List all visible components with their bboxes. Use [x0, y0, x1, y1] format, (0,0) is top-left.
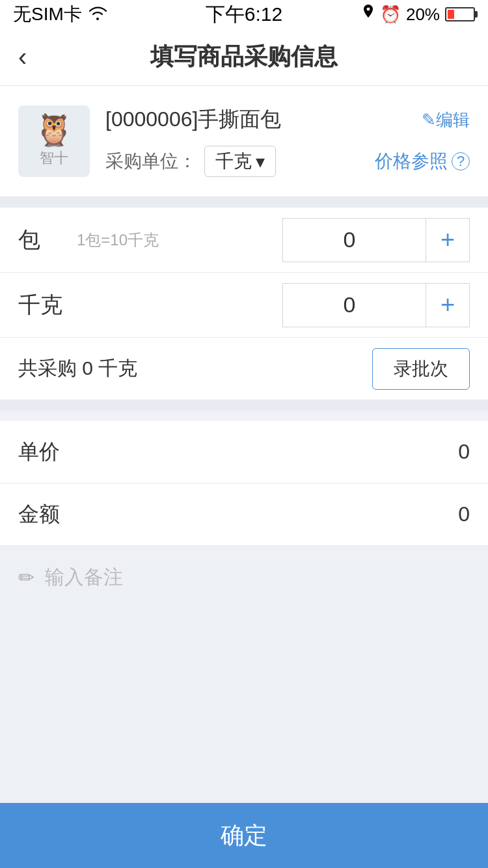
- amount-label: 金额: [18, 500, 60, 529]
- section-divider-2: [0, 400, 488, 411]
- qty-input-kg[interactable]: [282, 283, 426, 327]
- unit-dropdown-arrow: ▾: [256, 151, 265, 172]
- qty-sublabel-bao: 1包=10千克: [77, 230, 282, 251]
- location-icon: [362, 5, 375, 25]
- qty-input-bao[interactable]: [282, 218, 426, 262]
- edit-button[interactable]: ✎编辑: [422, 109, 470, 131]
- page-title: 填写商品采购信息: [150, 41, 338, 73]
- confirm-button[interactable]: 确定: [0, 803, 488, 868]
- summary-text: 共采购 0 千克: [18, 355, 137, 382]
- unit-dropdown[interactable]: 千克 ▾: [204, 146, 276, 177]
- status-bar-right: ⏰ 20%: [362, 5, 475, 25]
- purchase-unit-row: 采购单位： 千克 ▾: [105, 146, 276, 177]
- product-info-bottom: 采购单位： 千克 ▾ 价格参照 ?: [105, 146, 470, 177]
- status-bar: 无SIM卡 下午6:12 ⏰ 20%: [0, 0, 488, 29]
- amount-row: 金额 0: [0, 483, 488, 546]
- quantity-row-kg: 千克 +: [0, 273, 488, 338]
- qty-label-bao: 包: [18, 225, 70, 255]
- price-ref-label: 价格参照: [375, 149, 448, 174]
- nav-bar: ‹ 填写商品采购信息: [0, 29, 488, 86]
- summary-row: 共采购 0 千克 录批次: [0, 338, 488, 400]
- product-info: [0000006]手撕面包 ✎编辑 采购单位： 千克 ▾ 价格参照 ?: [105, 105, 470, 177]
- qty-input-wrap-kg: +: [282, 283, 470, 327]
- unit-price-label: 单价: [18, 438, 60, 467]
- quantity-row-bao: 包 1包=10千克 +: [0, 208, 488, 273]
- qty-input-wrap-bao: +: [282, 218, 470, 262]
- qty-plus-kg[interactable]: +: [426, 283, 470, 327]
- batch-button[interactable]: 录批次: [372, 348, 470, 390]
- battery-text: 20%: [406, 5, 440, 25]
- unit-value: 千克: [215, 149, 252, 174]
- product-card: 🦉 智十 [0000006]手撕面包 ✎编辑 采购单位： 千克 ▾ 价格参照 ?: [0, 86, 488, 197]
- back-button[interactable]: ‹: [18, 42, 27, 72]
- section-divider-1: [0, 197, 488, 208]
- qty-plus-bao[interactable]: +: [426, 218, 470, 262]
- status-bar-time: 下午6:12: [206, 1, 282, 28]
- battery-icon: [445, 7, 475, 21]
- quantity-section: 包 1包=10千克 + 千克 +: [0, 208, 488, 338]
- remark-placeholder: 输入备注: [45, 564, 123, 591]
- status-bar-left: 无SIM卡: [13, 2, 107, 27]
- unit-price-row: 单价 0: [0, 421, 488, 483]
- info-section: 单价 0 金额 0: [0, 421, 488, 546]
- purchase-unit-label: 采购单位：: [105, 149, 197, 174]
- product-name: [0000006]手撕面包: [105, 105, 281, 134]
- content-spacer: [0, 609, 488, 803]
- wifi-icon: [88, 4, 107, 25]
- alarm-icon: ⏰: [380, 5, 401, 25]
- price-reference-button[interactable]: 价格参照 ?: [375, 149, 470, 174]
- product-info-top: [0000006]手撕面包 ✎编辑: [105, 105, 470, 134]
- qty-label-kg: 千克: [18, 290, 70, 320]
- price-ref-help-icon: ?: [452, 152, 470, 170]
- remark-icon: ✏: [18, 566, 34, 589]
- product-thumbnail: 🦉 智十: [18, 105, 90, 177]
- amount-value: 0: [458, 502, 470, 526]
- product-thumb-icon: 🦉: [34, 115, 74, 146]
- product-thumb-label: 智十: [40, 148, 68, 168]
- carrier-label: 无SIM卡: [13, 2, 82, 27]
- remark-section[interactable]: ✏ 输入备注: [0, 546, 488, 609]
- unit-price-value: 0: [458, 440, 470, 464]
